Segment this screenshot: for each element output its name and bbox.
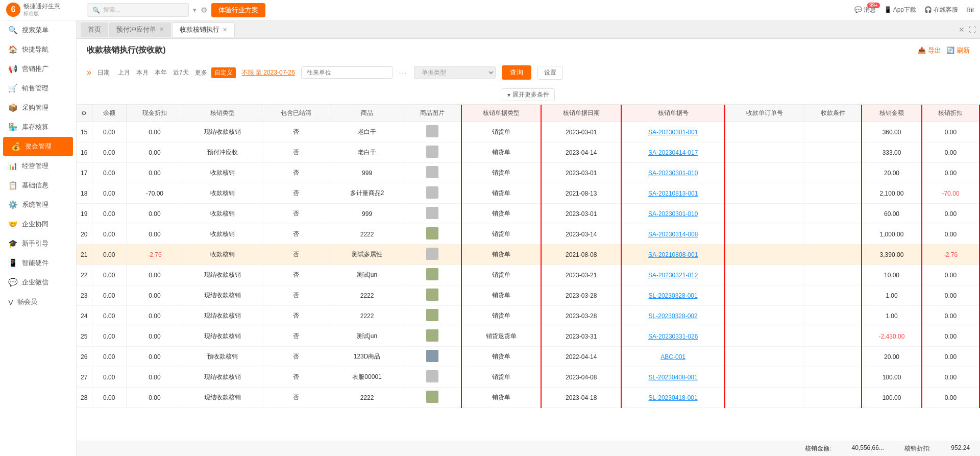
this-month-btn[interactable]: 本月 xyxy=(134,67,151,78)
export-icon: 📤 xyxy=(918,46,926,54)
row-id: 18 xyxy=(77,183,92,204)
export-btn[interactable]: 📤 导出 xyxy=(918,46,941,55)
page-header: 收款核销执行(按收款) 📤 导出 🔄 刷新 xyxy=(77,39,980,60)
sidebar-item-basic[interactable]: 📋 基础信息 xyxy=(0,176,76,195)
partner-input[interactable] xyxy=(301,66,393,79)
refresh-btn[interactable]: 🔄 刷新 xyxy=(946,46,970,55)
online-service-btn[interactable]: 🎧 在线客服 xyxy=(924,6,958,14)
table-row: 20 0.00 0.00 收款核销 否 2222 销货单 2023-03-14 … xyxy=(77,224,979,245)
maximize-icon[interactable]: ⛶ xyxy=(969,26,976,34)
table-row: 18 0.00 -70.00 收款核销 否 多计量商品2 销货单 2021-08… xyxy=(77,183,979,204)
row-cash-discount: 0.00 xyxy=(126,122,183,142)
row-goods: 2222 xyxy=(330,285,404,306)
sidebar-label-search: 搜索菜单 xyxy=(22,26,48,35)
dropdown-arrow-icon[interactable]: ▾ xyxy=(193,6,197,14)
row-id: 22 xyxy=(77,265,92,285)
main-content: 首页 预付冲应付单 ✕ 收款核销执行 ✕ ✕ ⛶ 收款核销执行(按收款) xyxy=(77,20,980,456)
sidebar-item-system[interactable]: ⚙️ 系统管理 xyxy=(0,195,76,214)
search-box[interactable]: 🔍 搜索... xyxy=(87,3,189,17)
row-id: 24 xyxy=(77,306,92,326)
export-label: 导出 xyxy=(928,46,941,55)
table-row: 23 0.00 0.00 现结收款核销 否 2222 销货单 2023-03-2… xyxy=(77,285,979,306)
more-date-btn[interactable]: 更多 xyxy=(193,67,209,78)
row-goods-img xyxy=(404,245,461,265)
custom-date-btn[interactable]: 自定义 xyxy=(211,67,236,78)
row-include-settled: 否 xyxy=(262,326,330,347)
table-row: 25 0.00 0.00 现结收款核销 否 测试jun 销货退货单 2023-0… xyxy=(77,326,979,347)
row-include-settled: 否 xyxy=(262,163,330,183)
sidebar-item-finance[interactable]: 💰 资金管理 xyxy=(3,137,73,156)
row-cancel-bill-type: 销货退货单 xyxy=(461,326,542,347)
sidebar-item-quicknav[interactable]: 🏠 快捷导航 xyxy=(0,40,76,59)
row-cancel-discount: 0.00 xyxy=(922,204,979,224)
setting-btn[interactable]: 设置 xyxy=(537,66,563,80)
table-row: 24 0.00 0.00 现结收款核销 否 2222 销货单 2023-03-2… xyxy=(77,306,979,326)
row-receipt-condition xyxy=(804,122,862,142)
logo-area: 6 畅捷通好生意 标准版 xyxy=(6,3,83,17)
last-month-btn[interactable]: 上月 xyxy=(116,67,132,78)
row-receipt-order-no xyxy=(725,163,804,183)
gear-icon[interactable]: ⚙ xyxy=(201,6,207,15)
row-goods-img xyxy=(404,306,461,326)
sidebar-item-wechat[interactable]: 💬 企业微信 xyxy=(0,273,76,292)
row-receipt-condition xyxy=(804,265,862,285)
app-download-btn[interactable]: 📱 App下载 xyxy=(884,6,916,14)
sidebar-item-marketing[interactable]: 📢 营销推广 xyxy=(0,59,76,79)
sidebar-item-inventory[interactable]: 🏪 库存核算 xyxy=(0,117,76,137)
row-include-settled: 否 xyxy=(262,122,330,142)
sidebar-item-management[interactable]: 📊 经营管理 xyxy=(0,156,76,176)
this-year-btn[interactable]: 本年 xyxy=(153,67,169,78)
expand-more-btn[interactable]: ▾ 展开更多条件 xyxy=(502,88,555,101)
row-cancel-bill-date: 2023-04-08 xyxy=(541,367,621,388)
row-include-settled: 否 xyxy=(262,204,330,224)
home-icon: 🏠 xyxy=(8,45,18,54)
row-cancel-amount: 2,100.00 xyxy=(862,183,922,204)
last-7days-btn[interactable]: 近7天 xyxy=(171,67,191,78)
row-cancel-amount: 20.00 xyxy=(862,163,922,183)
message-btn[interactable]: 💬 消息 99+ xyxy=(854,6,876,14)
tab-cancel-close[interactable]: ✕ xyxy=(223,27,227,33)
row-receipt-condition xyxy=(804,183,862,204)
row-cancel-bill-no: SL-20230408-001 xyxy=(621,367,725,388)
tab-prepay-close[interactable]: ✕ xyxy=(159,26,164,33)
sidebar-label-inventory: 库存核算 xyxy=(22,123,48,132)
row-receipt-order-no xyxy=(725,306,804,326)
row-cash-discount: 0.00 xyxy=(126,306,183,326)
sidebar-label-hardware: 智能硬件 xyxy=(22,258,48,268)
page-title: 收款核销执行(按收款) xyxy=(87,45,166,56)
user-name[interactable]: Rit xyxy=(966,7,974,14)
sidebar-item-hardware[interactable]: 📱 智能硬件 xyxy=(0,253,76,273)
bill-type-select[interactable]: 单据类型 xyxy=(414,66,496,79)
sidebar-item-purchase[interactable]: 📦 采购管理 xyxy=(0,98,76,117)
tab-home[interactable]: 首页 xyxy=(81,22,108,37)
row-receipt-order-no xyxy=(725,224,804,245)
tab-cancel[interactable]: 收款核销执行 ✕ xyxy=(172,22,235,37)
sidebar-item-search[interactable]: 🔍 搜索菜单 xyxy=(0,20,76,40)
query-btn[interactable]: 查询 xyxy=(502,65,531,80)
row-cancel-amount: 100.00 xyxy=(862,367,922,388)
app-name: 畅捷通好生意 xyxy=(23,3,60,10)
row-balance: 0.00 xyxy=(92,204,126,224)
row-receipt-condition xyxy=(804,285,862,306)
row-cancel-type: 预付冲应收 xyxy=(183,142,262,163)
industry-btn[interactable]: 体验行业方案 xyxy=(211,3,265,17)
sidebar-item-sales[interactable]: 🛒 销售管理 xyxy=(0,79,76,98)
filter-toggle-btn[interactable]: » xyxy=(87,68,91,77)
window-close-icon[interactable]: ✕ xyxy=(959,26,965,34)
tab-prepay[interactable]: 预付冲应付单 ✕ xyxy=(109,22,171,37)
table-body: 15 0.00 0.00 现结收款核销 否 老白干 销货单 2023-03-01… xyxy=(77,122,979,408)
row-cancel-bill-no: SA-20230301-001 xyxy=(621,122,725,142)
sidebar-item-guide[interactable]: 🎓 新手引导 xyxy=(0,234,76,253)
col-balance: 余额 xyxy=(92,105,126,122)
row-cancel-bill-no: SA-20230314-008 xyxy=(621,224,725,245)
table-row: 22 0.00 0.00 现结收款核销 否 测试jun 销货单 2023-03-… xyxy=(77,265,979,285)
row-cash-discount: 0.00 xyxy=(126,326,183,347)
row-receipt-order-no xyxy=(725,388,804,408)
sidebar-item-collab[interactable]: 🤝 企业协同 xyxy=(0,214,76,234)
row-id: 19 xyxy=(77,204,92,224)
sidebar-label-sales: 销售管理 xyxy=(22,84,48,93)
sidebar-item-member[interactable]: V 畅会员 xyxy=(0,292,76,311)
row-cancel-bill-no: SA-20230331-026 xyxy=(621,326,725,347)
sidebar-label-quicknav: 快捷导航 xyxy=(22,45,48,54)
row-receipt-order-no xyxy=(725,183,804,204)
